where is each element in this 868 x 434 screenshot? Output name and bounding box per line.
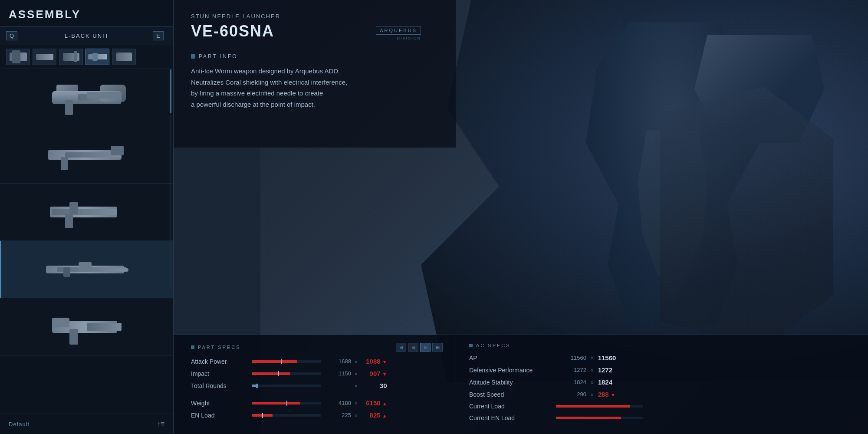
ac-specs-panel: AC SPECS AP 11560 » 11560 Defensive Perf… [456,335,868,434]
part-info-header: PART INFO [191,53,438,59]
stat-bar-en-load [252,414,321,417]
tab-bar: Q L-BACK UNIT E [0,27,173,45]
weapon-list [0,69,173,355]
weapon-shape-5 [43,312,130,342]
stat-bar-marker-weight [286,401,287,406]
weapon-item-2[interactable] [0,126,173,184]
weapon-icon-2[interactable] [33,49,56,65]
weapon-shape-1 [43,82,130,113]
weapon-shape-2 [43,140,130,170]
ac-stat-base-attitude: 1824 [556,379,586,385]
ac-stat-arrow-attitude: » [591,379,594,385]
ac-stat-name-current-load: Current Load [469,403,556,410]
part-specs-title: PART SPECS [198,345,240,350]
manufacturer-logo: ARQUEBUS [376,26,421,35]
stat-arrow-weight: » [355,400,358,406]
weapon-item-5[interactable] [0,298,173,355]
ac-stat-bar-fill-current-en-load [556,417,621,419]
ac-stat-row-current-load: Current Load [469,403,855,410]
stat-bar-marker-attack-power [281,359,282,364]
part-description: Anti-Ice Worm weapon designed by Arquebu… [191,66,373,110]
ac-stat-bar-current-load [556,405,643,408]
weapon-item-3[interactable] [0,184,173,241]
weapon-icon-4[interactable] [85,49,109,65]
sidebar-header: ASSEMBLY [0,0,173,27]
ac-stat-row-boost: Boost Speed 290 » 288 ▼ [469,391,855,398]
stat-row-attack-power: Attack Power 1688 » 1088 ▼ [191,358,443,365]
stat-base-weight: 4180 [327,400,351,406]
tab-key-left[interactable]: Q [6,31,17,40]
stat-bar-fill-impact [252,372,290,375]
spec-icons: ⊟ ⊟ ⊡ ⊞ [396,343,443,352]
stat-current-impact: 907 ▼ [361,370,387,377]
spec-icon-3[interactable]: ⊡ [420,343,431,352]
ac-stat-current-attitude: 1824 [598,378,624,386]
weapon-icons-row [0,45,173,69]
stat-name-weight: Weight [191,400,252,407]
stat-name-attack-power: Attack Power [191,358,252,365]
ac-stat-current-defensive: 1272 [598,366,624,374]
ac-stat-name-defensive: Defensive Performance [469,367,556,374]
ac-stat-name-boost: Boost Speed [469,391,556,398]
ac-stat-base-ap: 11560 [556,355,586,361]
ac-stat-arrow-defensive: » [591,367,594,373]
stat-row-total-rounds: Total Rounds — » 30 [191,382,443,389]
stat-current-total-rounds: 30 [361,382,387,389]
ac-stat-name-attitude: Attitude Stability [469,379,556,386]
part-specs-dot [191,345,194,349]
weapon-item-1[interactable] [0,69,173,126]
stat-base-total-rounds: — [327,382,351,389]
ac-stat-name-ap: AP [469,355,556,362]
stat-base-impact: 1150 [327,370,351,377]
stat-bar-fill-weight [252,402,300,404]
ac-stat-arrow-boost: » [591,391,594,398]
sidebar-scrollbar[interactable] [170,69,171,286]
ac-stat-row-current-en-load: Current EN Load [469,414,855,421]
sidebar: ASSEMBLY Q L-BACK UNIT E [0,0,174,434]
ac-specs-dot [469,344,473,347]
stat-row-en-load: EN Load 225 » 825 ▲ [191,411,443,419]
ac-specs-header: AC SPECS [469,343,855,348]
main-content: ARQUEBUS DIVISION STUN NEEDLE LAUNCHER V… [174,0,456,148]
stat-name-total-rounds: Total Rounds [191,382,252,389]
sort-icon[interactable]: ↑≡ [157,420,164,428]
stat-base-en-load: 225 [327,412,351,418]
stat-bar-impact [252,372,321,375]
weapon-item-4[interactable] [0,241,173,298]
stat-arrow-impact: » [355,371,358,377]
tab-key-right[interactable]: E [153,31,164,40]
stat-current-weight: 6150 ▲ [361,399,387,407]
spec-icon-2[interactable]: ⊟ [408,343,418,352]
ac-stat-base-defensive: 1272 [556,367,586,373]
stat-arrow-total-rounds: » [355,383,358,389]
logo-area: ARQUEBUS DIVISION [376,26,421,40]
tab-label: L-BACK UNIT [21,33,153,39]
weapon-shape-3 [43,197,130,227]
stat-bar-dot-total-rounds [256,384,258,388]
stat-bar-fill-attack-power [252,360,297,363]
stat-arrow-en-load: » [355,412,358,418]
weapon-category: STUN NEEDLE LAUNCHER [191,13,438,20]
stat-bar-weight [252,402,321,404]
manufacturer-sub: DIVISION [397,36,421,40]
ac-stat-current-boost: 288 ▼ [598,391,624,398]
stat-base-attack-power: 1688 [327,358,351,365]
ac-stat-row-ap: AP 11560 » 11560 [469,354,855,362]
ac-stat-bar-current-en-load [556,417,643,419]
spec-icon-4[interactable]: ⊞ [432,343,443,352]
weapon-icon-5[interactable] [112,49,136,65]
stat-bar-marker-impact [278,371,279,376]
stat-name-impact: Impact [191,370,252,377]
stat-current-en-load: 825 ▲ [361,411,387,419]
ac-stat-arrow-ap: » [591,355,594,361]
stat-current-attack-power: 1088 ▼ [361,358,387,365]
weapon-shape-4 [44,254,131,285]
weapon-icon-3[interactable] [59,49,83,65]
stat-bar-attack-power [252,360,321,363]
spec-icon-1[interactable]: ⊟ [396,343,406,352]
weapon-icon-1[interactable] [6,49,30,65]
part-info-label: PART INFO [199,53,238,59]
ac-stat-row-attitude: Attitude Stability 1824 » 1824 [469,378,855,386]
ac-stat-row-defensive: Defensive Performance 1272 » 1272 [469,366,855,374]
ac-stat-current-ap: 11560 [598,354,624,362]
